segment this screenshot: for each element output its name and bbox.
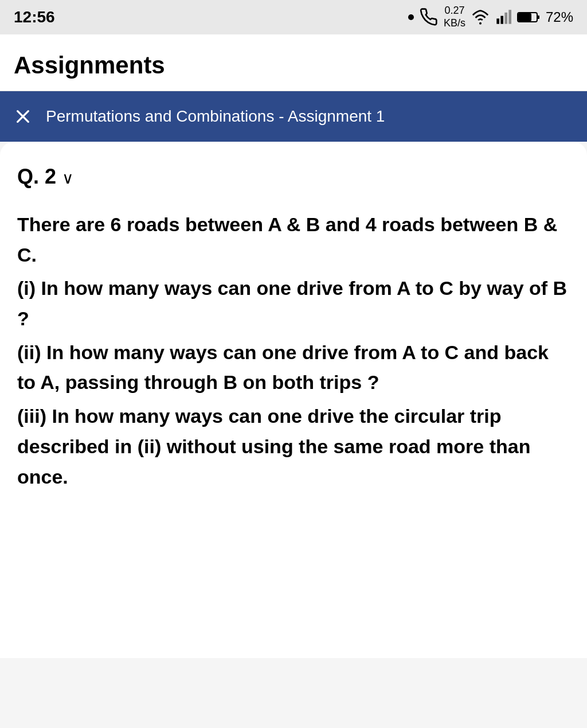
chevron-down-icon: ∨ <box>62 169 74 188</box>
question-card: Q. 2 ∨ There are 6 roads between A & B a… <box>0 142 587 658</box>
svg-rect-6 <box>518 13 531 21</box>
notification-dot <box>408 14 414 20</box>
speed-text: 0.27 KB/s <box>444 5 465 29</box>
assignment-title: Permutations and Combinations - Assignme… <box>46 107 573 126</box>
question-part-i: (i) In how many ways can one drive from … <box>17 273 570 333</box>
svg-rect-5 <box>537 15 539 19</box>
call-icon <box>420 8 438 26</box>
question-body: There are 6 roads between A & B and 4 ro… <box>17 209 570 492</box>
page-header: Assignments <box>0 34 587 91</box>
question-intro: There are 6 roads between A & B and 4 ro… <box>17 209 570 270</box>
question-number: Q. 2 <box>17 165 56 189</box>
svg-rect-2 <box>504 13 507 24</box>
question-number-row[interactable]: Q. 2 ∨ <box>17 165 570 189</box>
question-part-ii: (ii) In how many ways can one drive from… <box>17 337 570 398</box>
wifi-icon <box>471 8 490 26</box>
status-bar: 12:56 0.27 KB/s 72% <box>0 0 587 34</box>
svg-rect-0 <box>496 18 499 24</box>
status-time: 12:56 <box>14 8 55 26</box>
assignment-banner: Permutations and Combinations - Assignme… <box>0 91 587 142</box>
svg-rect-1 <box>500 16 503 24</box>
status-icons: 0.27 KB/s 72% <box>408 5 573 29</box>
signal-icon <box>495 9 511 25</box>
close-button[interactable] <box>14 107 32 126</box>
question-part-iii: (iii) In how many ways can one drive the… <box>17 401 570 492</box>
close-icon <box>14 107 32 126</box>
page-title: Assignments <box>14 52 573 79</box>
battery-percentage: 72% <box>546 9 573 25</box>
battery-icon <box>517 9 540 25</box>
svg-rect-3 <box>508 10 511 24</box>
